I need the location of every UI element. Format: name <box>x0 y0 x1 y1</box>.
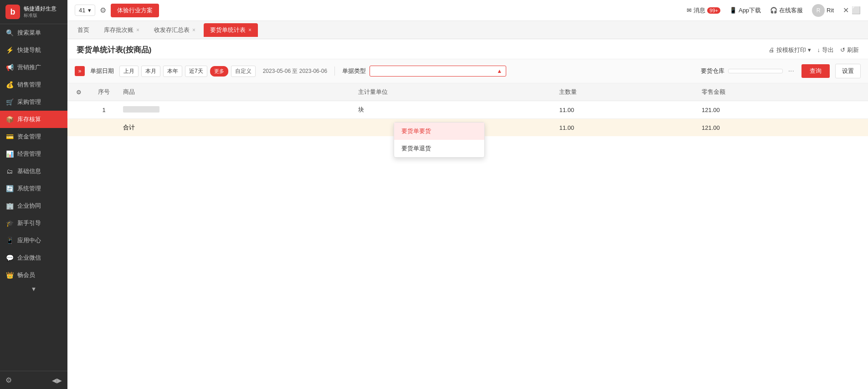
type-filter-arrow: ▲ <box>497 68 502 74</box>
sidebar-item-member[interactable]: 👑 畅会员 <box>0 266 67 284</box>
dropdown-item-requisition-order[interactable]: 要货单要货 <box>394 123 484 140</box>
sidebar-item-label-member: 畅会员 <box>17 271 35 279</box>
col-settings-header[interactable]: ⚙ <box>67 83 90 101</box>
tab-label-requisition-stats: 要货单统计表 <box>210 26 246 34</box>
tab-home[interactable]: 首页 <box>71 23 96 37</box>
app-download-button[interactable]: 📱 App下载 <box>729 6 761 15</box>
date-custom-btn[interactable]: 自定义 <box>231 66 256 77</box>
page-header-actions: 🖨 按模板打印 ▾ ↓ 导出 ↺ 刷新 <box>769 46 859 54</box>
page-header: 要货单统计表(按商品) 🖨 按模板打印 ▾ ↓ 导出 ↺ 刷新 <box>67 39 868 59</box>
warehouse-filter-select[interactable] <box>728 69 783 73</box>
page-title: 要货单统计表(按商品) <box>77 45 151 55</box>
refresh-icon: ↺ <box>840 46 845 53</box>
sidebar-scroll-down[interactable]: ▼ <box>0 284 67 294</box>
search-icon: 🔍 <box>5 29 14 37</box>
date-last-month-btn[interactable]: 上月 <box>119 66 139 77</box>
user-profile[interactable]: R Rit <box>812 4 834 17</box>
type-filter-select[interactable]: ▲ <box>370 66 506 77</box>
export-action[interactable]: ↓ 导出 <box>817 46 834 54</box>
messages-button[interactable]: ✉ 消息 99+ <box>687 6 720 15</box>
sidebar-item-purchase[interactable]: 🛒 采购管理 <box>0 93 67 111</box>
sidebar-item-app-center[interactable]: 📱 应用中心 <box>0 232 67 249</box>
avatar: R <box>812 4 825 17</box>
online-service-button[interactable]: 🎧 在线客服 <box>770 6 803 15</box>
sidebar-item-search[interactable]: 🔍 搜索菜单 <box>0 24 67 41</box>
sidebar-item-marketing[interactable]: 📢 营销推广 <box>0 59 67 76</box>
sidebar-item-quick-nav[interactable]: ⚡ 快捷导航 <box>0 41 67 59</box>
service-icon: 🎧 <box>770 7 777 14</box>
topbar: 41 ▾ ⚙ 体验行业方案 ✉ 消息 99+ 📱 App下载 🎧 在线客服 R <box>67 0 868 21</box>
date-more-btn[interactable]: 更多 <box>210 66 228 77</box>
promo-button[interactable]: 体验行业方案 <box>111 4 159 17</box>
sidebar-item-label-sales: 销售管理 <box>17 81 41 89</box>
tab-close-stock-batch[interactable]: × <box>136 27 139 33</box>
sidebar-item-enterprise-wx[interactable]: 💬 企业微信 <box>0 249 67 266</box>
inventory-icon: 📦 <box>5 115 14 123</box>
footer-label-cell: 合计 <box>118 119 353 137</box>
topbar-left: 41 ▾ ⚙ 体验行业方案 <box>75 4 681 17</box>
message-badge: 99+ <box>707 7 720 14</box>
service-label: 在线客服 <box>779 6 803 15</box>
tab-receivable-summary[interactable]: 收发存汇总表× <box>148 23 202 37</box>
sidebar-collapse-icon[interactable]: ◀▶ <box>52 377 62 384</box>
tab-label-receivable-summary: 收发存汇总表 <box>154 26 190 34</box>
export-icon: ↓ <box>817 46 821 53</box>
tab-close-requisition-stats[interactable]: × <box>248 27 252 33</box>
sidebar-item-operation[interactable]: 📊 经营管理 <box>0 145 67 163</box>
guide-icon: 🎓 <box>5 219 14 227</box>
dropdown-item-requisition-return[interactable]: 要货单退货 <box>394 140 484 157</box>
tab-close-receivable-summary[interactable]: × <box>192 27 195 33</box>
app-title: 畅捷通好生意 <box>24 5 56 13</box>
sidebar-item-label-enterprise: 企业协同 <box>17 202 41 210</box>
tab-stock-batch[interactable]: 库存批次账× <box>98 23 146 37</box>
sidebar-item-label-marketing: 营销推广 <box>17 63 41 72</box>
app-center-icon: 📱 <box>5 236 14 245</box>
type-filter-label: 单据类型 <box>342 67 366 75</box>
sidebar-item-inventory[interactable]: 📦 库存核算 <box>0 111 67 128</box>
sidebar-item-sales[interactable]: 💰 销售管理 <box>0 76 67 93</box>
quick-nav-icon: ⚡ <box>5 46 14 54</box>
tabbar: 首页库存批次账×收发存汇总表×要货单统计表× <box>67 21 868 39</box>
sidebar-item-label-inventory: 库存核算 <box>17 115 41 123</box>
logo-icon: b <box>5 5 20 19</box>
query-button[interactable]: 查询 <box>801 64 830 78</box>
date-filter-buttons: 上月 本月 本年 近7天 更多 自定义 <box>119 66 256 77</box>
date-this-month-btn[interactable]: 本月 <box>141 66 160 77</box>
date-7days-btn[interactable]: 近7天 <box>185 66 207 77</box>
operation-icon: 📊 <box>5 150 14 158</box>
col-quantity-header: 主数量 <box>554 83 696 101</box>
tab-requisition-stats[interactable]: 要货单统计表× <box>204 23 258 37</box>
message-label: 消息 <box>693 6 705 15</box>
company-selector[interactable]: 41 ▾ <box>75 5 95 16</box>
topbar-gear-icon[interactable]: ⚙ <box>100 6 106 15</box>
filter-expand-button[interactable]: » <box>75 66 85 76</box>
system-icon: 🔄 <box>5 184 14 193</box>
company-selector-arrow: ▾ <box>88 7 91 14</box>
message-icon: ✉ <box>687 7 692 14</box>
sidebar-item-guide[interactable]: 🎓 新手引导 <box>0 215 67 232</box>
date-this-year-btn[interactable]: 本年 <box>163 66 182 77</box>
app-subtitle: 标准版 <box>24 12 56 19</box>
refresh-label: 刷新 <box>847 46 859 54</box>
sidebar-item-label-purchase: 采购管理 <box>17 98 41 106</box>
date-filter-label: 单据日期 <box>90 67 114 75</box>
print-action[interactable]: 🖨 按模板打印 ▾ <box>769 46 811 54</box>
sidebar-settings-icon[interactable]: ⚙ <box>5 376 12 384</box>
tab-label-home: 首页 <box>77 26 89 34</box>
sidebar-item-finance[interactable]: 💳 资金管理 <box>0 128 67 145</box>
app-logo: b 畅捷通好生意 标准版 <box>0 0 67 24</box>
row-amount-0: 121.00 <box>696 101 868 119</box>
date-range-display: 2023-05-06 至 2023-06-06 <box>263 67 327 75</box>
sidebar-item-enterprise[interactable]: 🏢 企业协同 <box>0 197 67 215</box>
table-header-row: ⚙ 序号 商品 主计量单位 主数量 零售金额 <box>67 83 868 101</box>
page-content: 要货单统计表(按商品) 🖨 按模板打印 ▾ ↓ 导出 ↺ 刷新 » <box>67 39 868 389</box>
sidebar-item-system[interactable]: 🔄 系统管理 <box>0 180 67 197</box>
row-goods-0 <box>118 101 353 119</box>
filter-more-icon[interactable]: ··· <box>786 67 796 75</box>
settings-button[interactable]: 设置 <box>835 64 861 78</box>
close-window-icon[interactable]: ✕ <box>843 6 849 15</box>
restore-window-icon[interactable]: ⬜ <box>852 6 861 15</box>
refresh-action[interactable]: ↺ 刷新 <box>840 46 859 54</box>
footer-amount-cell: 121.00 <box>696 119 868 137</box>
sidebar-item-base-info[interactable]: 🗂 基础信息 <box>0 163 67 180</box>
